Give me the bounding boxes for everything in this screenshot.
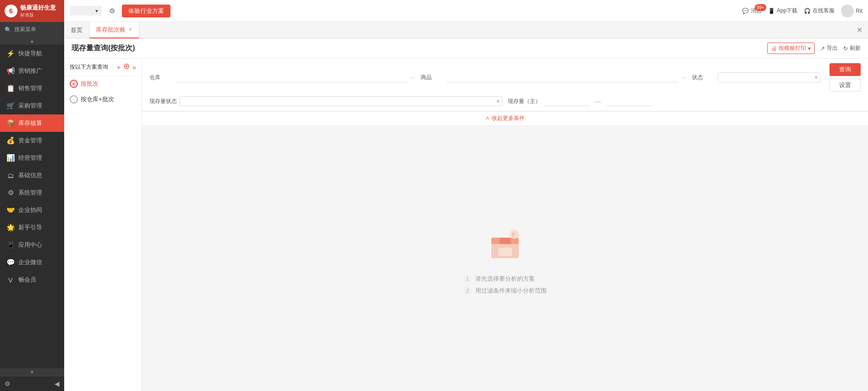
topbar-left: ▾ ⚙ 体验行业方案 [70,5,170,17]
sidebar-item-cooperation[interactable]: 🤝 企业协同 [0,201,64,219]
messages-button[interactable]: 💬 消息 99+ [742,7,762,15]
tab-home[interactable]: 首页 [64,22,89,38]
sidebar-item-wechat[interactable]: 💬 企业微信 [0,254,64,271]
online-service-button[interactable]: 🎧 在线客服 [804,7,835,15]
cooperation-icon: 🤝 [6,206,15,214]
tip-text-2: 用过滤条件来缩小分析范围 [475,287,547,295]
sidebar-item-vip[interactable]: V 畅会员 [0,271,64,288]
query-button[interactable]: 查询 [830,63,861,76]
collapse-left-panel-button[interactable]: « [132,64,136,71]
export-button[interactable]: ↗ 导出 [820,44,838,52]
sidebar-item-label: 基础信息 [18,171,42,179]
warehouse-dots[interactable]: ··· [410,74,415,81]
sidebar-item-finance[interactable]: 💰 资金管理 [0,132,64,149]
sidebar-item-quick-nav[interactable]: ⚡ 快捷导航 [0,45,64,62]
filter-row-1: 仓库 ··· 商品 ··· 状态 [149,63,861,92]
topbar-dropdown[interactable]: ▾ [70,6,102,16]
status-select[interactable] [718,72,820,82]
user-name: Rit [856,8,863,14]
inventory-status-select[interactable] [180,96,502,106]
try-industry-button[interactable]: 体验行业方案 [122,5,170,17]
collapse-more-bar[interactable]: ∧ 收起更多条件 [142,111,868,125]
sidebar-item-label: 资金管理 [18,136,42,145]
filter-row-2: 现存量状态 现存量（主） — [149,96,861,106]
app-logo: 6 [5,5,17,17]
svg-text:!: ! [512,231,514,238]
page-title-actions: 🖨 按模板打印 ▾ ↗ 导出 ↻ 刷新 [767,43,861,54]
svg-rect-4 [500,238,511,244]
left-panel: 按以下方案查询 + « ● 按批次 ○ 按仓库+ [64,59,142,391]
print-label: 按模板打印 [779,44,806,52]
by-warehouse-batch-icon: ○ [70,95,78,103]
product-input[interactable] [446,73,678,82]
add-scheme-button[interactable]: + [117,64,121,71]
sidebar-item-newuser[interactable]: 🌟 新手引导 [0,219,64,236]
topbar-gear-button[interactable]: ⚙ [105,5,118,17]
settings-icon[interactable]: ⚙ [5,380,11,387]
collapse-sidebar-icon[interactable]: ◀ [55,380,60,387]
sidebar-item-marketing[interactable]: 📢 营销推广 [0,62,64,80]
tab-panel-close-button[interactable]: ✕ [851,26,868,34]
status-filter: 状态 [692,72,820,82]
scheme-item-by-batch[interactable]: ● 按批次 [64,76,142,92]
sales-icon: 📋 [6,84,15,92]
inventory-main-to[interactable] [606,97,652,106]
topbar-right: 💬 消息 99+ 📱 App下载 🎧 在线客服 Rit [742,5,863,17]
app-download-label: App下载 [777,7,797,15]
left-panel-header: 按以下方案查询 + « [64,59,142,76]
wechat-icon: 💬 [6,258,15,266]
user-profile-button[interactable]: Rit [841,5,863,17]
sidebar-item-label: 畅会员 [18,276,36,284]
product-label: 商品 [421,74,444,81]
sidebar-item-system[interactable]: ⚙ 系统管理 [0,184,64,201]
sidebar-item-label: 快捷导航 [18,49,42,58]
filter-bar: 仓库 ··· 商品 ··· 状态 [142,59,868,111]
sidebar-item-sales[interactable]: 📋 销售管理 [0,80,64,97]
app-download-button[interactable]: 📱 App下载 [768,7,797,15]
tip-text-1: 请先选择要分析的方案 [475,275,535,283]
sidebar-header: 6 畅康通好生意 标准版 [0,0,64,22]
sidebar-item-label: 库存核算 [18,119,42,127]
warehouse-input[interactable] [175,73,407,82]
sidebar-item-inventory[interactable]: 📦 库存核算 [0,114,64,132]
sidebar-nav: ⚡ 快捷导航 📢 营销推广 📋 销售管理 🛒 采购管理 📦 库存核算 💰 资金管… [0,45,64,368]
sidebar-search[interactable]: 🔍 搜索菜单 [0,22,64,37]
scheme-settings-button[interactable] [123,63,130,71]
content-area: 按以下方案查询 + « ● 按批次 ○ 按仓库+ [64,59,868,391]
main-area: ▾ ⚙ 体验行业方案 💬 消息 99+ 📱 App下载 🎧 在线客服 [64,0,868,391]
search-icon: 🔍 [5,27,11,33]
inventory-icon: 📦 [6,119,15,127]
print-template-button[interactable]: 🖨 按模板打印 ▾ [767,43,815,54]
empty-tips: 1 请先选择要分析的方案 2 用过滤条件来缩小分析范围 [463,275,547,295]
by-batch-icon: ● [70,80,78,88]
sidebar-item-label: 系统管理 [18,189,42,197]
product-dots[interactable]: ··· [681,74,687,81]
status-select-wrap [718,72,820,82]
inventory-status-select-wrap [180,96,502,106]
refresh-icon: ↻ [843,45,848,52]
refresh-button[interactable]: ↻ 刷新 [843,44,861,52]
inventory-main-from[interactable] [544,97,589,106]
settings-button[interactable]: 设置 [830,79,861,92]
purchase-icon: 🛒 [6,102,15,110]
inventory-status-label: 现存量状态 [149,98,177,105]
svg-point-1 [126,65,127,67]
product-filter: 商品 ··· [421,73,687,82]
tab-inventory-batch[interactable]: 库存批次账 ✕ [89,22,139,38]
sidebar-item-operations[interactable]: 📊 经营管理 [0,149,64,167]
sidebar-item-apps[interactable]: 📱 应用中心 [0,236,64,254]
filter-dash: — [592,98,604,105]
sidebar-scroll-up[interactable]: ▲ [0,37,64,45]
newuser-icon: 🌟 [6,223,15,232]
filter-actions: 查询 设置 [830,63,861,92]
sidebar-bottom: ⚙ ◀ [0,376,64,391]
sidebar-item-purchase[interactable]: 🛒 采购管理 [0,97,64,114]
sidebar-item-basic[interactable]: 🗂 基础信息 [0,167,64,184]
tabs-bar: 首页 库存批次账 ✕ ✕ [64,22,868,38]
scheme-item-by-warehouse-batch[interactable]: ○ 按仓库+批次 [64,92,142,107]
tip-num-2: 2 [463,287,472,295]
sidebar-item-label: 企业协同 [18,206,42,214]
sidebar-scroll-down[interactable]: ▼ [0,368,64,376]
tab-close-icon[interactable]: ✕ [128,27,132,33]
finance-icon: 💰 [6,136,15,145]
